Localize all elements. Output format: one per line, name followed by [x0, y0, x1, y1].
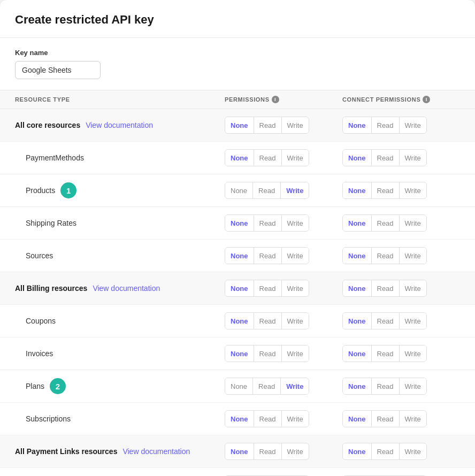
modal: Create restricted API key Key name RESOU… [0, 0, 475, 476]
key-name-section: Key name [0, 38, 475, 90]
permissions-group-none-btn[interactable]: None [225, 346, 254, 362]
connect-permissions-group-none-btn[interactable]: None [343, 313, 372, 329]
connect-permissions-group-none-btn[interactable]: None [343, 443, 372, 459]
view-documentation-link[interactable]: View documentation [93, 284, 160, 293]
connect-permissions-group-none-btn[interactable]: None [343, 182, 372, 198]
group-label: All core resourcesView documentation [15, 121, 225, 129]
permissions-group-read-btn[interactable]: Read [253, 378, 281, 394]
permissions-group-write-btn[interactable]: Write [282, 346, 309, 362]
permissions-group-read-btn[interactable]: Read [254, 280, 282, 296]
permissions-group: NoneReadWrite [225, 247, 309, 264]
permissions-group-none-btn[interactable]: None [225, 313, 254, 329]
resource-row: SourcesNoneReadWriteNoneReadWrite [0, 240, 475, 272]
resource-label: Invoices [15, 349, 225, 358]
permissions-group-read-btn[interactable]: Read [254, 346, 282, 362]
resource-row: All Payment Links resourcesView document… [0, 435, 475, 468]
connect-permissions-group-write-btn[interactable]: Write [400, 378, 426, 394]
permissions-group-read-btn[interactable]: Read [254, 443, 282, 459]
permissions-group-write-btn[interactable]: Write [281, 182, 309, 198]
resource-label: PaymentMethods [15, 153, 225, 162]
resource-row: All core resourcesView documentationNone… [0, 109, 475, 142]
view-documentation-link[interactable]: View documentation [122, 447, 190, 456]
permissions-group-write-btn[interactable]: Write [282, 215, 309, 231]
permissions-group-write-btn[interactable]: Write [282, 411, 309, 427]
resource-row: InvoicesNoneReadWriteNoneReadWrite [0, 337, 475, 370]
col-resource-type: RESOURCE TYPE [15, 96, 225, 103]
permissions-group-read-btn[interactable]: Read [254, 117, 282, 133]
connect-permissions-group: NoneReadWrite [342, 345, 427, 362]
connect-permissions-group-write-btn[interactable]: Write [400, 443, 426, 459]
connect-permissions-group-read-btn[interactable]: Read [372, 248, 400, 264]
connect-permissions-group-read-btn[interactable]: Read [372, 443, 400, 459]
permissions-group-none-btn[interactable]: None [225, 117, 254, 133]
connect-permissions-group-read-btn[interactable]: Read [372, 346, 400, 362]
resource-row: Products1NoneReadWriteNoneReadWrite [0, 174, 475, 207]
connect-permissions-group-none-btn[interactable]: None [343, 280, 372, 296]
permissions-group-read-btn[interactable]: Read [254, 313, 282, 329]
table-body: All core resourcesView documentationNone… [0, 109, 475, 476]
group-label: All Payment Links resourcesView document… [15, 447, 225, 456]
connect-permissions-group-write-btn[interactable]: Write [400, 411, 426, 427]
connect-permissions-group-read-btn[interactable]: Read [372, 411, 400, 427]
connect-permissions-group-read-btn[interactable]: Read [372, 280, 400, 296]
permissions-group-none-btn[interactable]: None [225, 443, 254, 459]
view-documentation-link[interactable]: View documentation [86, 121, 153, 129]
connect-permissions-group-read-btn[interactable]: Read [372, 215, 400, 231]
connect-permissions-group-read-btn[interactable]: Read [372, 117, 400, 133]
permissions-group-write-btn[interactable]: Write [282, 117, 309, 133]
connect-permissions-group: NoneReadWrite [342, 280, 427, 297]
connect-permissions-group-read-btn[interactable]: Read [372, 313, 400, 329]
connect-permissions-group-write-btn[interactable]: Write [400, 280, 426, 296]
permissions-group: NoneReadWrite [225, 214, 309, 232]
group-label: All Billing resourcesView documentation [15, 284, 225, 293]
permissions-group-write-btn[interactable]: Write [282, 280, 309, 296]
permissions-group-write-btn[interactable]: Write [282, 443, 309, 459]
resource-label: Shipping Rates [15, 219, 225, 227]
key-name-input[interactable] [15, 61, 101, 79]
permissions-group: NoneReadWrite [225, 378, 309, 395]
resource-row: All Billing resourcesView documentationN… [0, 272, 475, 305]
permissions-group-read-btn[interactable]: Read [254, 411, 282, 427]
permissions-group-none-btn[interactable]: None [225, 411, 254, 427]
permissions-group-none-btn[interactable]: None [225, 280, 254, 296]
permissions-group-write-btn[interactable]: Write [282, 313, 309, 329]
connect-permissions-group-none-btn[interactable]: None [343, 248, 372, 264]
connect-permissions-group-none-btn[interactable]: None [343, 150, 372, 166]
connect-permissions-group-none-btn[interactable]: None [343, 346, 372, 362]
connect-permissions-group-none-btn[interactable]: None [343, 117, 372, 133]
permissions-group-write-btn[interactable]: Write [282, 150, 309, 166]
connect-permissions-group-write-btn[interactable]: Write [400, 248, 426, 264]
permissions-group-none-btn[interactable]: None [225, 378, 253, 394]
connect-permissions-group-write-btn[interactable]: Write [400, 182, 426, 198]
resource-row: SubscriptionsNoneReadWriteNoneReadWrite [0, 403, 475, 435]
permissions-group-read-btn[interactable]: Read [254, 150, 282, 166]
permissions-group-none-btn[interactable]: None [225, 215, 254, 231]
permissions-group-read-btn[interactable]: Read [253, 182, 281, 198]
permissions-group-read-btn[interactable]: Read [254, 215, 282, 231]
resource-label: Sources [15, 251, 225, 260]
permissions-group: NoneReadWrite [225, 182, 309, 199]
connect-permissions-group-write-btn[interactable]: Write [400, 313, 426, 329]
connect-permissions-group-none-btn[interactable]: None [343, 378, 372, 394]
permissions-group-none-btn[interactable]: None [225, 182, 253, 198]
connect-permissions-group-write-btn[interactable]: Write [400, 117, 426, 133]
connect-permissions-info-icon[interactable]: i [423, 96, 430, 103]
permissions-group-write-btn[interactable]: Write [282, 248, 309, 264]
permissions-group: NoneReadWrite [225, 410, 309, 427]
connect-permissions-group-none-btn[interactable]: None [343, 411, 372, 427]
connect-permissions-group-read-btn[interactable]: Read [372, 150, 400, 166]
connect-permissions-group-read-btn[interactable]: Read [372, 182, 400, 198]
connect-permissions-group-read-btn[interactable]: Read [372, 378, 400, 394]
connect-permissions-group: NoneReadWrite [342, 149, 427, 166]
connect-permissions-group-write-btn[interactable]: Write [400, 150, 426, 166]
resource-row: Shipping RatesNoneReadWriteNoneReadWrite [0, 207, 475, 240]
permissions-info-icon[interactable]: i [272, 96, 279, 103]
permissions-group-none-btn[interactable]: None [225, 150, 254, 166]
permissions-group-write-btn[interactable]: Write [281, 378, 309, 394]
badge-number: 1 [60, 182, 76, 198]
connect-permissions-group-write-btn[interactable]: Write [400, 346, 426, 362]
permissions-group-read-btn[interactable]: Read [254, 248, 282, 264]
permissions-group-none-btn[interactable]: None [225, 248, 254, 264]
connect-permissions-group-write-btn[interactable]: Write [400, 215, 426, 231]
connect-permissions-group-none-btn[interactable]: None [343, 215, 372, 231]
